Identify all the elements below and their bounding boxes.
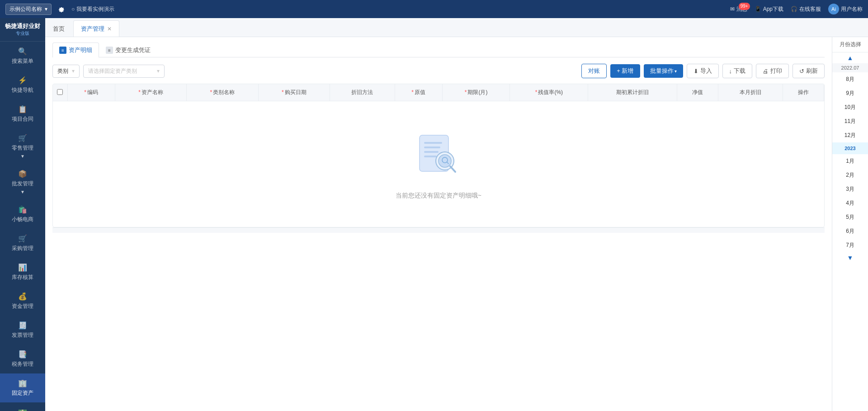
inventory-icon: 📊 [18,263,27,272]
col-code: *编码 [67,84,115,101]
year-2022-label[interactable]: 2022.07 [832,63,868,72]
app-icon: 📱 [755,6,761,12]
select-all-checkbox[interactable] [57,89,63,95]
demo-link-text: 我要看实例演示 [76,5,114,13]
sub-tab-change-voucher[interactable]: ≡ 变更生成凭证 [99,43,157,57]
month-up-button[interactable]: ▲ [832,52,868,63]
refresh-button[interactable]: ↺ 刷新 [793,64,825,78]
reconcile-button[interactable]: 对账 [581,64,607,78]
sidebar-label: 库存核算 [12,274,33,281]
month-item-2022-12[interactable]: 12月 [832,128,868,142]
month-item-2023-1[interactable]: 1月 [832,154,868,168]
data-table: *编码 *资产名称 *类别名称 *购买日期 折旧方法 *原值 *期限(月) *残… [53,84,824,227]
sidebar-label: 资金管理 [12,302,33,310]
brand: 畅捷通好业财 专业版 [0,18,45,42]
tab-home[interactable]: 首页 [45,20,72,37]
finance-icon: 💰 [18,292,27,301]
month-item-2023-6[interactable]: 6月 [832,224,868,238]
import-icon: ⬇ [693,68,698,75]
tab-asset-mgmt-label: 资产管理 [81,25,104,33]
svg-line-7 [450,166,455,172]
category-select[interactable]: 类别 ▾ [52,65,80,78]
sidebar-item-invoice[interactable]: 🧾 发票管理 [0,316,45,345]
app-download-button[interactable]: 📱 App下载 [755,5,783,13]
month-item-2023-2[interactable]: 2月 [832,168,868,182]
app-download-label: App下载 [763,5,783,13]
col-net-value: 净值 [677,84,718,101]
retail-icon: 🛒 [18,134,27,142]
month-item-2022-10[interactable]: 10月 [832,100,868,114]
month-item-2023-3[interactable]: 3月 [832,182,868,196]
sidebar-item-ecommerce[interactable]: 🛍️ 小畅电商 [0,200,45,229]
month-item-2023-5[interactable]: 5月 [832,210,868,224]
bottom-scrollbar[interactable] [52,227,825,233]
company-selector[interactable]: 示例公司名称 ▾ [5,4,52,15]
col-monthly-depreciation: 本月折旧 [718,84,783,101]
invoice-icon: 🧾 [18,321,27,330]
sub-tab-change-voucher-label: 变更生成凭证 [115,46,151,54]
svg-rect-4 [424,156,437,157]
sidebar-label: 小畅电商 [12,216,33,223]
download-button[interactable]: ↓ 下载 [722,64,753,78]
sidebar-item-fixed-assets[interactable]: 🏢 固定资产 [0,373,45,402]
sidebar-item-search-menu[interactable]: 🔍 搜索菜单 [0,42,45,71]
user-menu[interactable]: Ai 用户名称 [828,4,863,14]
sidebar-item-finance[interactable]: 💰 资金管理 [0,287,45,316]
month-item-2022-8[interactable]: 8月 [832,72,868,86]
online-service-label: 在线客服 [799,5,821,13]
print-button[interactable]: 🖨 打印 [756,64,789,78]
print-icon: 🖨 [763,68,769,75]
sidebar-item-retail-mgmt[interactable]: 🛒 零售管理 ▼ [0,128,45,164]
month-item-2022-9[interactable]: 9月 [832,86,868,100]
sidebar-item-quick-nav[interactable]: ⚡ 快捷导航 [0,71,45,99]
import-button[interactable]: ⬇ 导入 [687,64,719,78]
table-wrap: *编码 *资产名称 *类别名称 *购买日期 折旧方法 *原值 *期限(月) *残… [52,84,825,227]
demo-icon: ○ [71,6,75,12]
empty-text: 当前您还没有固定资产明细哦~ [396,192,481,200]
sidebar-label: 项目合同 [12,115,33,123]
tab-close-icon[interactable]: ✕ [107,26,112,32]
sidebar-label: 税务管理 [12,360,33,368]
wholesale-icon: 📦 [18,170,27,178]
month-item-2022-11[interactable]: 11月 [832,114,868,128]
sub-tab-asset-detail[interactable]: ≡ 资产明细 [52,43,99,57]
sidebar-label: 采购管理 [12,245,33,252]
batch-caret-icon: ▾ [675,69,677,74]
brand-sub: 专业版 [4,30,42,37]
settings-button[interactable] [55,3,68,15]
add-label: + 新增 [617,67,633,75]
sidebar-item-purchase-mgmt[interactable]: 🛒 采购管理 [0,229,45,258]
sub-tab-asset-detail-label: 资产明细 [69,46,92,54]
expand-arrow-icon: ▼ [20,154,25,159]
month-item-2023-4[interactable]: 4月 [832,196,868,210]
company-name: 示例公司名称 [9,5,42,13]
add-button[interactable]: + 新增 [610,64,640,78]
message-button[interactable]: ✉ 消息 99+ [730,5,747,13]
month-panel-title: 月份选择 [832,37,868,52]
sidebar-item-inventory[interactable]: 📊 库存核算 [0,258,45,287]
online-service-button[interactable]: 🎧 在线客服 [791,5,821,13]
demo-link[interactable]: ○ 我要看实例演示 [71,5,114,13]
refresh-label: 刷新 [806,67,818,75]
sidebar-item-payroll[interactable]: 💵 工资 [0,402,45,411]
headset-icon: 🎧 [791,6,797,12]
refresh-icon: ↺ [799,68,804,75]
sidebar-item-tax[interactable]: 📑 税务管理 [0,345,45,373]
col-original-value: *原值 [395,84,442,101]
content-area: 首页 资产管理 ✕ ≡ 资产明细 ≡ 变更生成凭证 [45,18,868,411]
username: 用户名称 [841,5,863,13]
batch-button[interactable]: 批量操作 ▾ [644,64,683,78]
inner-content: ≡ 资产明细 ≡ 变更生成凭证 类别 ▾ [45,37,832,411]
month-item-2023-7[interactable]: 7月 [832,238,868,252]
col-depreciation-method: 折旧方法 [330,84,395,101]
filter-area: 类别 ▾ 请选择固定资产类别 ▾ [52,65,578,78]
col-operation: 操作 [783,84,824,101]
col-name: *资产名称 [115,84,186,101]
col-purchase-date: *购买日期 [258,84,330,101]
month-down-button[interactable]: ▼ [832,252,868,263]
message-badge: 99+ [739,3,750,10]
sidebar-item-project-contract[interactable]: 📋 项目合同 [0,99,45,128]
category-input[interactable]: 请选择固定资产类别 ▾ [83,65,165,78]
sidebar-item-wholesale-mgmt[interactable]: 📦 批发管理 ▼ [0,164,45,200]
tab-asset-mgmt[interactable]: 资产管理 ✕ [73,20,119,37]
